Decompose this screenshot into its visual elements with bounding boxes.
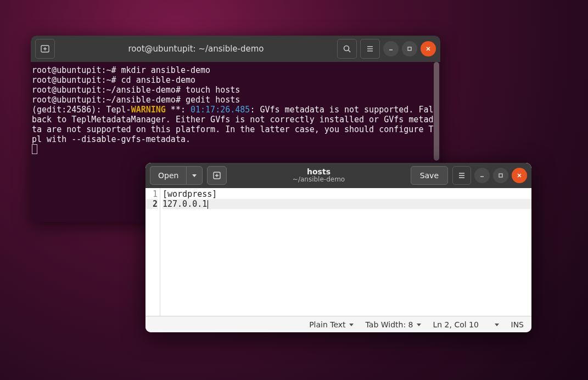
gedit-window: Open hosts ~/ansible-demo Save [145, 163, 531, 332]
gedit-title: hosts ~/ansible-demo [227, 168, 410, 184]
line-number: 1 [145, 189, 158, 199]
terminal-minimize-button[interactable] [383, 41, 399, 56]
svg-rect-9 [408, 47, 411, 50]
status-position-selector[interactable]: Ln 2, Col 10 [433, 320, 499, 329]
open-button[interactable]: Open [150, 166, 186, 185]
editor-line[interactable]: 127.0.0.1 [163, 199, 531, 209]
terminal-cursor [32, 144, 37, 154]
gedit-close-button[interactable] [512, 168, 527, 183]
status-position-label: Ln 2, Col 10 [433, 320, 479, 329]
editor-line[interactable]: [wordpress] [163, 189, 531, 199]
status-tab-width-label: Tab Width: 8 [366, 320, 413, 329]
terminal-maximize-button[interactable] [402, 41, 417, 56]
status-language-label: Plain Text [309, 320, 345, 329]
terminal-new-tab-button[interactable] [35, 39, 55, 59]
status-insert-mode[interactable]: INS [511, 320, 524, 329]
chevron-down-icon [349, 324, 354, 326]
terminal-title: root@ubuntupit: ~/ansible-demo [55, 44, 337, 54]
gedit-file-name: hosts [227, 168, 410, 176]
terminal-scrollbar[interactable] [434, 62, 439, 161]
svg-point-3 [344, 46, 349, 51]
status-mode-label: INS [511, 320, 524, 329]
line-number-gutter: 12 [145, 188, 160, 316]
text-cursor [208, 200, 208, 209]
save-button[interactable]: Save [411, 166, 448, 185]
gedit-menu-button[interactable] [452, 166, 471, 185]
open-dropdown-button[interactable] [186, 166, 203, 185]
gedit-titlebar: Open hosts ~/ansible-demo Save [145, 163, 531, 188]
editor-content[interactable]: [wordpress]127.0.0.1 [160, 188, 531, 316]
status-tab-width-selector[interactable]: Tab Width: 8 [366, 320, 421, 329]
gedit-editor-area[interactable]: 12 [wordpress]127.0.0.1 [145, 188, 531, 316]
terminal-close-button[interactable] [421, 41, 436, 56]
gedit-minimize-button[interactable] [474, 168, 490, 183]
gedit-statusbar: Plain Text Tab Width: 8 Ln 2, Col 10 INS [145, 316, 531, 332]
gedit-new-document-button[interactable] [207, 166, 227, 185]
status-language-selector[interactable]: Plain Text [309, 320, 353, 329]
chevron-down-icon [192, 174, 197, 177]
gedit-file-path: ~/ansible-demo [227, 176, 410, 183]
gedit-maximize-button[interactable] [493, 168, 508, 183]
terminal-search-button[interactable] [337, 39, 357, 59]
chevron-down-icon [417, 324, 421, 326]
svg-line-4 [349, 50, 351, 53]
line-number: 2 [145, 199, 158, 209]
terminal-menu-button[interactable] [360, 39, 380, 59]
svg-rect-19 [499, 174, 502, 177]
terminal-titlebar: root@ubuntupit: ~/ansible-demo [31, 36, 440, 62]
chevron-down-icon [495, 324, 499, 326]
